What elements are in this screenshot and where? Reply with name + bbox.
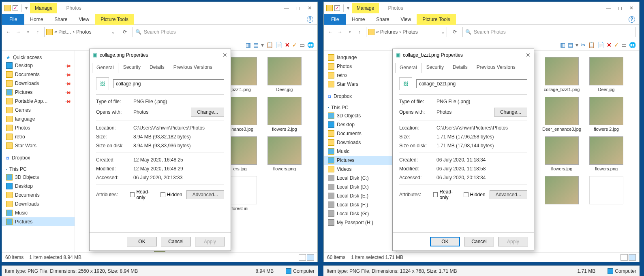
cancel-button[interactable]: Cancel [161,237,191,246]
search-input[interactable]: 🔍 Search Photos [133,27,314,37]
sidebar-item-language[interactable]: language [324,53,396,62]
sidebar-item-disk-g[interactable]: Local Disk (G:) [324,209,396,218]
cancel-button[interactable]: Cancel [464,237,494,246]
ok-button[interactable]: OK [430,237,460,246]
view-icon[interactable]: ▤ [253,42,259,48]
advanced-button[interactable]: Advanced... [490,190,527,199]
chevron-down-icon[interactable]: ⌄ [441,29,445,35]
delete-icon[interactable]: ✕ [285,42,290,48]
check-icon[interactable]: ✓ [614,42,619,48]
file-menu[interactable]: File [324,14,346,25]
readonly-checkbox[interactable]: Read-only [130,189,156,200]
nav-forward-icon[interactable]: → [337,29,343,35]
apply-button[interactable]: Apply [195,237,225,246]
close-button[interactable]: ✕ [308,5,312,11]
ribbon-picture-tools[interactable]: Picture Tools [417,14,456,25]
nav-up-icon[interactable]: ↑ [34,29,41,35]
refresh-icon[interactable]: ⟳ [120,29,129,35]
copy-icon[interactable]: 📋 [266,42,273,48]
filename-input[interactable] [416,79,527,88]
sidebar-item-pictures[interactable]: Pictures [324,156,396,165]
sidebar-item-retro[interactable]: retro [2,132,75,141]
tab-general[interactable]: General [92,63,118,73]
file-tile[interactable]: flowers.jpg [542,136,582,171]
filename-input[interactable] [113,79,224,88]
sidebar-item-pc-desktop[interactable]: Desktop [2,182,75,191]
dialog-title-bar[interactable]: ▣ collage_bzzt.png Properties ✕ [393,49,534,61]
check-icon[interactable]: ✓ [292,42,297,48]
tab-security[interactable]: Security [119,63,145,73]
globe-icon[interactable]: 🌐 [307,42,314,48]
sidebar-item-portable[interactable]: Portable App…📌 [2,97,75,106]
tab-details[interactable]: Details [145,63,169,73]
ribbon-home[interactable]: Home [24,14,49,25]
hidden-checkbox[interactable]: Hidden [464,192,486,197]
change-button[interactable]: Change... [494,108,527,117]
help-icon[interactable]: ? [307,16,313,23]
dialog-title-bar[interactable]: ▣ collage.png Properties ✕ [90,49,231,61]
search-input[interactable]: 🔍 Search Photos [462,27,636,37]
nav-back-icon[interactable]: ← [327,29,334,35]
chevron-down-icon[interactable]: ⌄ [111,29,115,35]
quick-access-group[interactable]: ★Quick access [2,53,75,61]
qat-dropdown-icon[interactable]: ▾ [25,5,28,11]
file-tile[interactable] [586,176,626,206]
ribbon-share[interactable]: Share [49,14,73,25]
apply-button[interactable]: Apply [498,237,528,246]
dropbox-group[interactable]: ⧈Dropbox [2,153,75,161]
ribbon-context-manage[interactable]: Manage [30,3,57,13]
tab-previous-versions[interactable]: Previous Versions [169,63,216,73]
ribbon-view[interactable]: View [73,14,95,25]
refresh-icon[interactable]: ⟳ [450,29,459,35]
readonly-checkbox[interactable]: Read-only [433,189,459,200]
breadcrumb[interactable]: « Pict… › Photos ⌄ [44,27,117,37]
view-dropdown-icon[interactable]: ▾ [576,42,578,48]
view-icon[interactable]: ▤ [568,42,573,48]
copy-icon[interactable]: 📋 [588,42,595,48]
sidebar-item-passport[interactable]: My Passport (H:) [324,218,396,227]
breadcrumb[interactable]: « Pictures › Photos ⌄ [366,27,447,37]
sidebar-item-music[interactable]: Music [324,147,396,156]
view-details-icon[interactable] [299,254,306,261]
rename-icon[interactable]: ▭ [300,42,305,48]
file-tile[interactable]: Deer.jpg [586,57,626,92]
ribbon-home[interactable]: Home [346,14,370,25]
hidden-checkbox[interactable]: Hidden [160,192,182,197]
sidebar-item-desktop[interactable]: Desktop📌 [2,61,75,70]
sidebar-item-videos[interactable]: Videos [324,165,396,174]
navigation-tree[interactable]: language Photos retro Star Wars ⧈Dropbox… [324,51,397,252]
file-tile[interactable]: Deer.jpg [265,57,304,92]
nav-back-icon[interactable]: ← [5,29,12,35]
tab-previous-versions[interactable]: Previous Versions [473,63,520,73]
dropbox-group[interactable]: ⧈Dropbox [324,92,396,100]
qat-properties-icon[interactable]: ✓ [334,5,340,11]
thispc-group[interactable]: This PC [324,103,396,111]
file-tile[interactable]: collage_bzzt1.png [542,57,582,92]
advanced-button[interactable]: Advanced... [186,190,224,199]
ribbon-picture-tools[interactable]: Picture Tools [95,14,134,25]
close-button[interactable]: ✕ [629,5,633,11]
sidebar-item-documents[interactable]: Documents📌 [2,70,75,79]
maximize-button[interactable]: ◻ [618,5,622,11]
sidebar-item-disk-d[interactable]: Local Disk (D:) [324,183,396,191]
sidebar-item-photos[interactable]: Photos [2,123,75,132]
maximize-button[interactable]: ◻ [296,5,300,11]
ribbon-view[interactable]: View [395,14,417,25]
sidebar-item-pc-pictures[interactable]: Pictures [2,217,75,226]
file-tile[interactable] [542,176,582,206]
sidebar-item-games[interactable]: Games [2,106,75,115]
tab-general[interactable]: General [395,63,421,73]
paste-icon[interactable]: 📄 [276,42,282,48]
view-dropdown-icon[interactable]: ▾ [261,42,264,48]
qat-dropdown-icon[interactable]: ▾ [347,5,349,11]
close-icon[interactable]: ✕ [526,52,531,58]
file-tile[interactable]: flowers 2.jpg [265,97,304,132]
qat-properties-icon[interactable]: ✓ [13,5,18,11]
view-thumbs-icon[interactable] [307,254,314,261]
sidebar-item-disk-f[interactable]: Local Disk (F:) [324,200,396,209]
close-icon[interactable]: ✕ [223,52,227,58]
sidebar-item-downloads[interactable]: Downloads📌 [2,79,75,88]
view-icon[interactable]: ▥ [560,42,565,48]
sidebar-item-disk-c[interactable]: Local Disk (C:) [324,174,396,183]
ribbon-context-manage[interactable]: Manage [352,3,379,13]
